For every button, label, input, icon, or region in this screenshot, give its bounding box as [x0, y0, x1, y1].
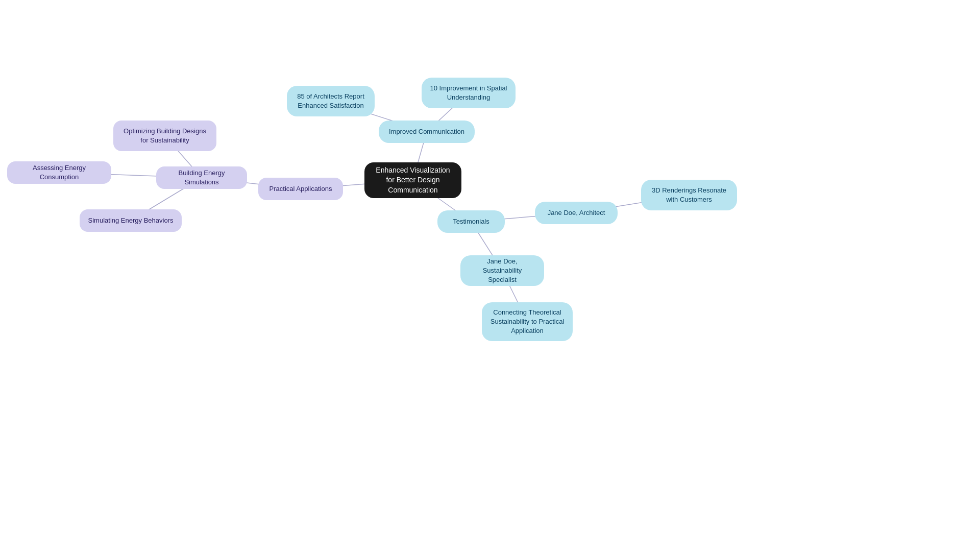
node-connecting-theoretical[interactable]: Connecting Theoretical Sustainability to…: [482, 302, 573, 341]
node-architects85[interactable]: 85 of Architects Report Enhanced Satisfa…: [287, 86, 375, 116]
node-spatial-understanding[interactable]: 10 Improvement in Spatial Understanding: [422, 78, 516, 108]
node-optimizing-building[interactable]: Optimizing Building Designs for Sustaina…: [113, 121, 216, 151]
node-assessing-energy[interactable]: Assessing Energy Consumption: [7, 161, 111, 184]
mindmap-canvas: Enhanced Visualization for Better Design…: [0, 0, 980, 553]
node-simulating-energy[interactable]: Simulating Energy Behaviors: [80, 209, 182, 232]
node-testimonials[interactable]: Testimonials: [437, 210, 505, 233]
node-building-energy-sim[interactable]: Building Energy Simulations: [156, 166, 247, 189]
node-3d-renderings[interactable]: 3D Renderings Resonate with Customers: [641, 180, 737, 210]
node-jane-doe-architect[interactable]: Jane Doe, Architect: [535, 202, 618, 224]
node-improved-comm[interactable]: Improved Communication: [379, 121, 475, 143]
node-jane-doe-sust[interactable]: Jane Doe, Sustainability Specialist: [460, 255, 544, 286]
node-practical-apps[interactable]: Practical Applications: [258, 178, 343, 200]
node-center[interactable]: Enhanced Visualization for Better Design…: [364, 162, 461, 198]
